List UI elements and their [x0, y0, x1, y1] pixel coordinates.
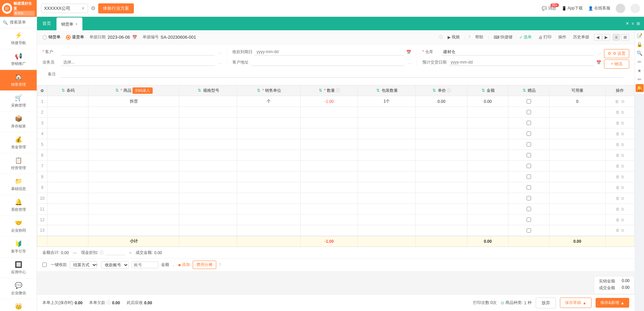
sidebar-item-purchase[interactable]: 🛒 采购管理	[0, 91, 37, 112]
copy-icon[interactable]: ⧉	[621, 218, 624, 222]
gift-checkbox[interactable]	[527, 99, 531, 104]
right-action-star[interactable]: ★	[636, 67, 644, 75]
app-download-button[interactable]: 📱 App下载	[562, 5, 583, 11]
delete-icon[interactable]: 🗑	[615, 99, 619, 104]
gift-checkbox[interactable]	[527, 185, 531, 190]
sidebar-item-quick-nav[interactable]: ⚡ 快捷导航	[0, 28, 37, 49]
row-barcode[interactable]	[47, 96, 88, 107]
due-date-calendar-icon[interactable]: 📅	[406, 50, 411, 54]
th-sort-unit[interactable]: ⇅	[257, 88, 260, 93]
delete-icon[interactable]: 🗑	[616, 153, 620, 158]
save-draft-button[interactable]: 保存草稿 ▲	[560, 298, 592, 308]
operations-btn[interactable]: 操作	[556, 34, 568, 41]
gift-checkbox[interactable]	[527, 218, 531, 222]
message-button[interactable]: 💬 消息 99+	[542, 5, 556, 11]
sidebar-item-operations[interactable]: 📋 经营管理	[0, 153, 37, 174]
th-sort-barcode[interactable]: ⇅	[62, 88, 65, 93]
sidebar-item-inventory[interactable]: 📦 库存核算	[0, 112, 37, 132]
delete-icon[interactable]: 🗑	[616, 121, 620, 125]
discount-input[interactable]	[105, 250, 125, 255]
radio-return-order[interactable]: 退货单	[66, 34, 84, 40]
row-pack-qty[interactable]: 1个	[358, 96, 416, 107]
salesperson-dots[interactable]: ...	[218, 60, 221, 65]
sidebar-item-sales[interactable]: 🏠 销售管理	[0, 70, 37, 91]
expected-date-calendar-icon[interactable]: 📅	[596, 60, 601, 65]
gift-checkbox[interactable]	[527, 153, 531, 157]
th-sort-gift[interactable]: ⇅	[523, 88, 526, 93]
tab-sales-order[interactable]: 销货单 ×	[56, 17, 82, 31]
gift-checkbox[interactable]	[527, 142, 531, 147]
copy-icon[interactable]: ⧉	[621, 131, 624, 136]
copy-icon[interactable]: ⧉	[621, 228, 624, 233]
add-payment-btn[interactable]: ● 添加	[178, 262, 190, 268]
warehouse-dots[interactable]: ...	[598, 50, 601, 54]
warehouse-input[interactable]	[441, 48, 595, 55]
copy-icon[interactable]: ⧉	[621, 185, 624, 190]
sidebar-search[interactable]: 🔍 搜索菜单	[0, 17, 37, 28]
row-spec[interactable]	[179, 96, 237, 107]
trial-button[interactable]: 体验行业方案	[98, 3, 134, 13]
copy-icon[interactable]: ⧉	[621, 153, 624, 158]
close-window-icon[interactable]: ×	[626, 21, 629, 27]
sidebar-item-wechat[interactable]: 💬 企业微信	[0, 278, 37, 299]
grid-btn[interactable]: ⊞	[621, 34, 629, 41]
list-view-icon[interactable]: ≡	[632, 21, 634, 26]
copy-icon[interactable]: ⧉	[621, 174, 624, 179]
setup-button[interactable]: ⚙ ⚙ 设置	[604, 49, 629, 58]
sidebar-item-enterprise[interactable]: 🤝 企业协同	[0, 216, 37, 237]
right-action-alert[interactable]: 🔔	[636, 84, 644, 92]
scan-button[interactable]: 扫码录入	[132, 87, 153, 94]
delete-icon[interactable]: 🗑	[616, 228, 620, 233]
gift-checkbox[interactable]	[527, 228, 531, 233]
copy-icon[interactable]: ⧉	[621, 121, 624, 125]
discard-button[interactable]: 放弃	[536, 298, 556, 308]
dots-icon[interactable]: ...	[172, 263, 175, 267]
delete-icon[interactable]: 🗑	[616, 207, 620, 211]
gift-checkbox[interactable]	[527, 110, 531, 114]
salesperson-input[interactable]	[61, 59, 215, 66]
prev-btn[interactable]: ◀	[594, 34, 602, 41]
delete-icon[interactable]: 🗑	[616, 131, 620, 136]
notes-input[interactable]	[60, 71, 624, 78]
gift-checkbox[interactable]	[527, 164, 531, 168]
delete-icon[interactable]: 🗑	[616, 164, 620, 168]
gift-checkbox[interactable]	[527, 131, 531, 136]
gift-checkbox[interactable]	[527, 121, 531, 125]
calendar-icon[interactable]: 📅	[132, 35, 137, 40]
delete-icon[interactable]: 🗑	[616, 185, 620, 190]
sidebar-item-finance[interactable]: 💰 资金管理	[0, 132, 37, 153]
next-btn[interactable]: ▶	[602, 34, 610, 41]
row-unit[interactable]: 个	[237, 96, 301, 107]
copy-icon[interactable]: ⧉	[621, 164, 624, 168]
row-product[interactable]: 拆货	[88, 96, 179, 107]
row-amount[interactable]: 0.00	[467, 96, 508, 107]
gift-checkbox[interactable]	[527, 196, 531, 200]
row-unit-price[interactable]: 0.00	[416, 96, 467, 107]
payment-method-select[interactable]: 结算方式	[70, 261, 97, 269]
right-action-edit[interactable]: ✏	[636, 58, 644, 66]
sidebar-item-basic-info[interactable]: 📁 基础信息	[0, 174, 37, 195]
select-order-btn[interactable]: ✓ 选单	[517, 34, 534, 41]
help-btn[interactable]: 帮助	[473, 34, 485, 41]
expected-date-input[interactable]	[449, 59, 594, 66]
copy-icon[interactable]: ⧉	[621, 142, 624, 147]
customer-dots[interactable]: ...	[218, 50, 221, 54]
print-btn[interactable]: 🖨 打印	[536, 34, 554, 41]
tab-home[interactable]: 首页	[37, 17, 56, 30]
expense-split-button[interactable]: 费用分摊	[193, 261, 216, 269]
video-btn[interactable]: ▶ 视频	[446, 34, 462, 41]
sidebar-item-app-center[interactable]: 🔲 应用中心	[0, 258, 37, 278]
save-new-button[interactable]: 保存&新增 ▲	[596, 298, 629, 308]
shortcut-btn[interactable]: ⌨ 快捷键	[492, 34, 515, 41]
th-sort-pack[interactable]: ⇅	[376, 88, 380, 93]
row-gift[interactable]	[508, 96, 549, 107]
company-selector[interactable]: XXXXXX公司 ▼	[41, 4, 88, 13]
delete-icon[interactable]: 🗑	[616, 110, 620, 115]
customer-addr-input[interactable]	[251, 59, 405, 66]
account-select[interactable]: 收款账号	[101, 261, 129, 269]
sidebar-item-guide[interactable]: 🔰 新手引导	[0, 237, 37, 258]
logistics-button[interactable]: + 物流	[604, 60, 629, 69]
copy-icon[interactable]: ⧉	[621, 207, 624, 211]
account-input[interactable]	[131, 262, 158, 268]
radio-sales-order[interactable]: 销货单	[42, 34, 61, 40]
